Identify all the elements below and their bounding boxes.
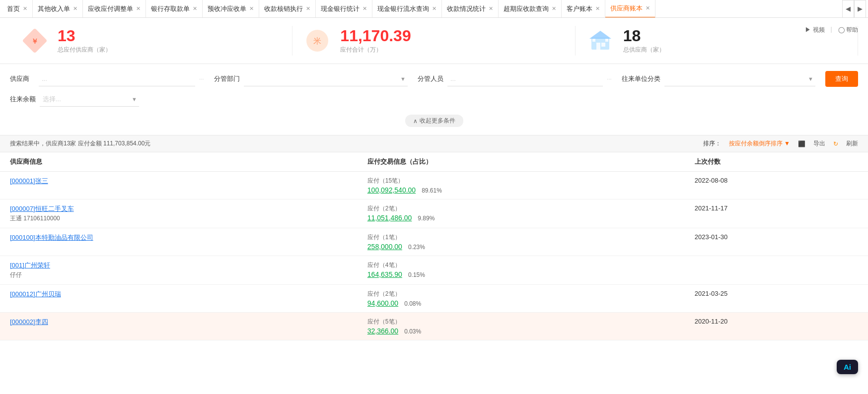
sort-select[interactable]: 按应付余额倒序排序 ▼: [729, 139, 790, 148]
nav-tab-prepay-close[interactable]: ✕: [249, 5, 254, 12]
main-content: ￥ 13 总应付供应商（家） 米 11,170.39 应付合计（万）: [0, 18, 868, 394]
tx-label-4: 应付（2笔）: [367, 290, 675, 298]
filter-label-supplier: 供应商: [10, 74, 35, 83]
nav-tab-adjust[interactable]: 应收应付调整单 ✕: [83, 0, 146, 18]
refresh-icon: ↻: [833, 140, 838, 147]
nav-tab-bank-close[interactable]: ✕: [193, 5, 197, 12]
tx-percent-0: 89.61%: [422, 187, 442, 194]
nav-tab-verify[interactable]: 收款核销执行 ✕: [259, 0, 316, 18]
tx-amount-0[interactable]: 100,092,540.00: [367, 186, 416, 194]
date-text-4: 2021-03-25: [695, 290, 728, 297]
filter-input-supplier[interactable]: [39, 71, 195, 86]
nav-arrow-left[interactable]: ◀: [842, 0, 854, 18]
td-supplier-4: [000012]广州贝瑞: [0, 285, 358, 313]
tx-label-1: 应付（2笔）: [367, 204, 675, 213]
tx-percent-3: 0.15%: [408, 271, 425, 278]
nav-tab-overdue[interactable]: 超期应收款查询 ✕: [499, 0, 562, 18]
nav-tab-cash-stat[interactable]: 现金银行统计 ✕: [316, 0, 372, 18]
tx-amount-1[interactable]: 11,051,486.00: [367, 214, 412, 222]
nav-tab-supplier[interactable]: 供应商账本 ✕: [605, 0, 655, 18]
nav-tab-prepay-label: 预收冲应收单: [208, 4, 246, 13]
filter-row-1: 供应商 ··· 分管部门 ▼ 分管人员 ··· 往来单位分类: [10, 71, 858, 87]
table-body: [000001]张三 应付（15笔） 100,092,540.00 89.61%…: [0, 172, 868, 340]
tx-amount-4[interactable]: 94,600.00: [367, 299, 398, 307]
date-text-5: 2020-11-20: [695, 318, 728, 325]
supplier-link-0[interactable]: [000001]张三: [10, 177, 48, 185]
nav-tab-prepay[interactable]: 预收冲应收单 ✕: [203, 0, 259, 18]
nav-tab-bank-label: 银行存取款单: [151, 4, 190, 13]
table-header-row: 供应商信息 应付交易信息（占比） 上次付数: [0, 152, 868, 172]
td-date-1: 2021-11-17: [685, 199, 868, 228]
filter-item-dept: 分管部门 ▼: [214, 71, 408, 86]
nav-tab-other-income-close[interactable]: ✕: [73, 5, 77, 12]
svg-marker-5: [589, 31, 611, 39]
stat-number-payable-suppliers: 13: [58, 27, 111, 45]
top-right-links: ▶ 视频 | ◯ 帮助: [805, 26, 858, 34]
nav-tab-supplier-close[interactable]: ✕: [646, 5, 650, 11]
nav-tab-adjust-close[interactable]: ✕: [136, 5, 141, 12]
filter-item-balance: 往来余额 选择... ▼: [10, 92, 139, 107]
collapse-button[interactable]: ∧ 收起更多条件: [405, 115, 463, 127]
td-date-5: 2020-11-20: [685, 313, 868, 340]
nav-tab-cash-flow[interactable]: 现金银行流水查询 ✕: [372, 0, 442, 18]
query-button[interactable]: 查询: [825, 71, 858, 87]
filter-item-supplier: 供应商 ···: [10, 71, 204, 86]
nav-tab-cash-stat-close[interactable]: ✕: [362, 5, 367, 12]
td-supplier-1: [000007]恒旺二手叉车 王通 17106110000: [0, 199, 358, 228]
nav-tab-customer[interactable]: 客户账本 ✕: [562, 0, 605, 18]
nav-tab-overdue-close[interactable]: ✕: [552, 5, 556, 12]
stats-bar: ￥ 13 总应付供应商（家） 米 11,170.39 应付合计（万）: [0, 18, 868, 64]
filter-label-person: 分管人员: [418, 74, 443, 83]
date-text-2: 2023-01-30: [695, 233, 728, 241]
filter-input-person[interactable]: [447, 71, 603, 86]
nav-tab-cash-flow-close[interactable]: ✕: [432, 5, 436, 12]
tx-row-4: 94,600.00 0.08%: [367, 299, 675, 307]
refresh-button[interactable]: 刷新: [846, 139, 858, 148]
tx-percent-1: 9.89%: [418, 215, 434, 222]
svg-rect-9: [605, 39, 608, 42]
video-link[interactable]: ▶ 视频: [805, 26, 824, 34]
nav-tab-other-income[interactable]: 其他收入单 ✕: [33, 0, 83, 18]
supplier-link-4[interactable]: [000012]广州贝瑞: [10, 290, 61, 298]
nav-tab-verify-close[interactable]: ✕: [306, 5, 310, 12]
nav-tab-customer-close[interactable]: ✕: [595, 5, 600, 12]
supplier-link-2[interactable]: [000100]本特勤油品有限公司: [10, 234, 93, 241]
nav-tab-payment-stat[interactable]: 收款情况统计 ✕: [442, 0, 499, 18]
nav-tab-home[interactable]: 首页 ✕: [2, 0, 33, 18]
nav-tab-payment-stat-close[interactable]: ✕: [489, 5, 493, 12]
tx-row-1: 11,051,486.00 9.89%: [367, 214, 675, 222]
tx-amount-3[interactable]: 164,635.90: [367, 270, 402, 278]
filter-select-balance[interactable]: 选择... ▼: [40, 92, 139, 107]
result-right-controls: 排序： 按应付余额倒序排序 ▼ ⬛ 导出 ↻ 刷新: [703, 139, 858, 148]
supplier-link-1[interactable]: [000007]恒旺二手叉车: [10, 205, 74, 212]
tx-percent-5: 0.03%: [404, 328, 421, 335]
nav-tab-home-label: 首页: [7, 4, 20, 13]
filter-select-dept-arrow: ▼: [400, 76, 408, 82]
td-supplier-0: [000001]张三: [0, 172, 358, 199]
nav-tab-customer-label: 客户账本: [567, 4, 592, 13]
tx-amount-2[interactable]: 258,000.00: [367, 243, 402, 251]
nav-arrow-right[interactable]: ▶: [854, 0, 866, 18]
date-text-0: 2022-08-08: [695, 177, 728, 184]
tx-amount-5[interactable]: 32,366.00: [367, 327, 398, 335]
ai-button[interactable]: Ai: [837, 360, 858, 374]
stat-icon-store: [585, 26, 615, 56]
nav-tab-home-close[interactable]: ✕: [23, 5, 27, 12]
result-summary: 搜索结果中，供应商13家 应付金额 111,703,854.00元: [10, 139, 150, 148]
filter-select-dept[interactable]: ▼: [244, 71, 408, 86]
supplier-link-5[interactable]: [000002]李四: [10, 318, 48, 326]
help-link[interactable]: ◯ 帮助: [838, 26, 858, 34]
nav-tab-supplier-label: 供应商账本: [610, 4, 643, 13]
top-navigation: 首页 ✕ 其他收入单 ✕ 应收应付调整单 ✕ 银行存取款单 ✕ 预收冲应收单 ✕…: [0, 0, 868, 18]
stat-text-payable-suppliers: 13 总应付供应商（家）: [58, 27, 111, 54]
table-row: [000100]本特勤油品有限公司 应付（1笔） 258,000.00 0.23…: [0, 228, 868, 256]
td-tx-4: 应付（2笔） 94,600.00 0.08%: [358, 285, 685, 313]
td-tx-0: 应付（15笔） 100,092,540.00 89.61%: [358, 172, 685, 199]
tx-label-0: 应付（15笔）: [367, 177, 675, 185]
stat-block-payable-total: 米 11,170.39 应付合计（万）: [292, 26, 575, 56]
filter-select-category[interactable]: ▼: [664, 71, 816, 86]
supplier-link-3[interactable]: [001]广州荣轩: [10, 262, 50, 269]
export-button[interactable]: 导出: [813, 139, 825, 148]
nav-tab-bank[interactable]: 银行存取款单 ✕: [146, 0, 203, 18]
stat-text-payable-total: 11,170.39 应付合计（万）: [340, 27, 411, 54]
